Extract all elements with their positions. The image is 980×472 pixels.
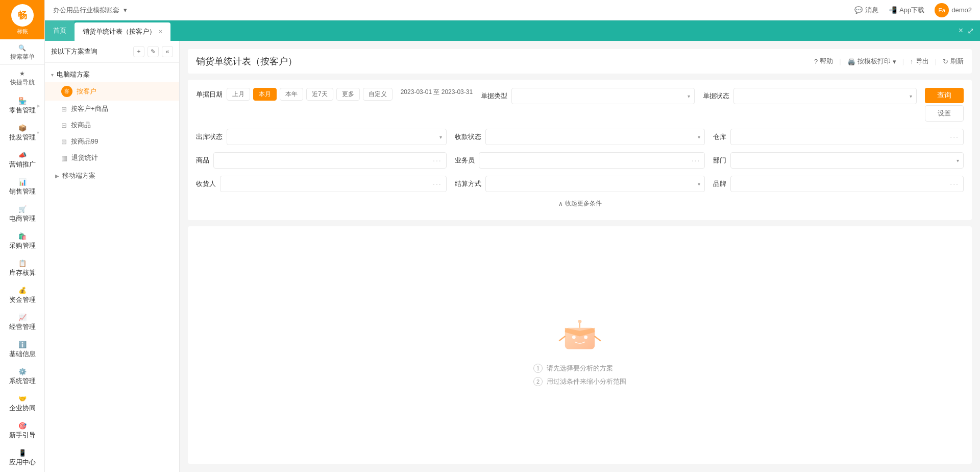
pay-status-arrow-icon: ▾ [698,134,700,140]
tree-item-by-customer-label: 按客户 [77,87,96,96]
chart-icon: ▦ [61,154,67,162]
date-btn-this-year[interactable]: 本年 [280,88,303,101]
search-icon: 🔍 [18,44,26,52]
user-profile-btn[interactable]: Ea demo2 [935,3,972,17]
date-btn-this-month[interactable]: 本月 [253,88,277,101]
date-btn-custom[interactable]: 自定义 [363,88,393,101]
svg-line-6 [595,336,600,340]
sidebar: 畅 标账 🔍 搜索菜单 ★ 快捷导航 🏪 零售管理 ▶ 📦 批发管理 ▼ 📣 营… [0,0,45,472]
tab-close-btn[interactable]: × [159,28,162,35]
empty-state: 1 请先选择要分析的方案 2 用过滤条件来缩小分析范围 [188,226,972,464]
out-status-select[interactable]: ▾ [227,129,447,145]
department-select[interactable]: ▾ [730,152,964,169]
goods-select[interactable]: ··· [213,152,447,169]
sidebar-item-label: 营销推广 [9,160,36,169]
warehouse-dots: ··· [950,133,959,141]
edit-scheme-btn[interactable]: ✎ [148,46,159,57]
tree-item-by-goods[interactable]: ⊟ 按商品 [45,117,179,133]
brand-dots: ··· [950,180,959,188]
brand-select[interactable]: ··· [730,176,964,192]
sidebar-item-wholesale-mgmt[interactable]: 📦 批发管理 ▼ [0,119,44,146]
tree-section: ▾ 电脑端方案 客 按客户 ⊞ 按客户+商品 ⊟ 按商品 [45,63,179,472]
collapse-bar[interactable]: ∧ 收起更多条件 [196,195,964,212]
collapse-panel-btn[interactable]: « [162,46,173,57]
sidebar-item-marketing[interactable]: 📣 营销推广 [0,146,44,173]
sidebar-item-label: 经营管理 [9,322,36,332]
print-btn[interactable]: 🖨️ 按模板打印 ▾ [847,57,896,66]
username-label: demo2 [951,6,972,14]
sidebar-item-search-menu[interactable]: 🔍 搜索菜单 [0,39,44,65]
grid-icon: ⊞ [61,105,67,113]
sidebar-item-retail-mgmt[interactable]: 🏪 零售管理 ▶ [0,92,44,119]
left-panel-header: 按以下方案查询 + ✎ « [45,41,179,63]
order-status-select[interactable]: ▾ [733,88,917,104]
query-btn[interactable]: 查询 [925,88,964,103]
tree-item-by-goods-99[interactable]: ⊟ 按商品99 [45,133,179,150]
operation-icon: 📈 [18,314,27,321]
sidebar-item-app-center[interactable]: 📱 应用中心 [0,444,44,471]
content-area: 按以下方案查询 + ✎ « ▾ 电脑端方案 客 按客户 [45,41,980,472]
message-icon: 💬 [854,6,863,14]
tree-item-label: 按商品 [71,121,91,130]
message-btn[interactable]: 💬 消息 [854,6,878,15]
add-scheme-btn[interactable]: + [133,46,144,57]
finance-icon: 💰 [18,287,27,294]
tree-item-by-customer[interactable]: 客 按客户 [45,82,179,101]
refresh-btn[interactable]: ↻ 刷新 [943,57,964,66]
sidebar-item-basic-info[interactable]: ℹ️ 基础信息 [0,336,44,363]
logo-text: 标账 [17,28,28,35]
order-type-select[interactable]: ▾ [511,88,695,104]
tree-item-label: 退货统计 [71,153,98,162]
date-btn-more[interactable]: 更多 [336,88,360,101]
purchase-icon: 🛍️ [18,232,27,240]
sidebar-item-finance-mgmt[interactable]: 💰 资金管理 [0,281,44,309]
order-status-label: 单据状态 [703,91,729,101]
svg-line-5 [559,336,565,340]
tree-item-by-customer-goods[interactable]: ⊞ 按客户+商品 [45,101,179,117]
empty-tip-1: 1 请先选择要分析的方案 [533,364,626,373]
refresh-icon: ↻ [943,58,948,65]
order-type-arrow-icon: ▾ [688,93,690,99]
tree-item-return-stat[interactable]: ▦ 退货统计 [45,150,179,166]
sidebar-item-operation-mgmt[interactable]: 📈 经营管理 [0,309,44,336]
sidebar-item-quick-nav[interactable]: ★ 快捷导航 [0,65,44,90]
sidebar-item-new-user[interactable]: 🎯 新手引导 [0,417,44,444]
sidebar-item-ecommerce-mgmt[interactable]: 🛒 电商管理 [0,200,44,227]
sidebar-item-label: 搜索菜单 [10,53,35,61]
date-controls: 上月 本月 本年 近7天 更多 自定义 [227,88,393,101]
tab-home[interactable]: 首页 [45,20,75,41]
date-btn-last-month[interactable]: 上月 [227,88,250,101]
tab-sales-stat[interactable]: 销货单统计表（按客户） × [75,22,170,41]
sidebar-item-inventory[interactable]: 📋 库存核算 [0,254,44,281]
right-panel: 销货单统计表（按客户） ? 帮助 | 🖨️ 按模板打印 ▾ | ↑ [180,41,980,472]
sidebar-item-sales-mgmt[interactable]: 📊 销售管理 [0,173,44,200]
export-icon: ↑ [910,58,914,65]
tree-group-mobile-header[interactable]: ▶ 移动端方案 [45,168,179,183]
sales-stat-tab-label: 销货单统计表（按客户） [83,27,156,36]
pay-status-select[interactable]: ▾ [485,129,705,145]
tree-item-label: 按商品99 [71,137,98,146]
app-download-btn[interactable]: 📲 App下载 [889,6,924,15]
settle-select[interactable]: ▾ [485,176,705,192]
receiver-select[interactable]: ··· [220,176,447,192]
industry-dropdown-icon[interactable]: ▾ [124,6,127,14]
sidebar-item-label: 库存核算 [9,268,36,277]
divider2: | [902,58,904,65]
sidebar-item-enterprise-coop[interactable]: 🤝 企业协同 [0,390,44,417]
left-panel: 按以下方案查询 + ✎ « ▾ 电脑端方案 客 按客户 [45,41,180,472]
salesperson-select[interactable]: ··· [479,152,705,169]
sidebar-item-sys-mgmt[interactable]: ⚙️ 系统管理 [0,363,44,390]
settings-btn[interactable]: 设置 [925,105,964,122]
help-btn[interactable]: ? 帮助 [814,57,833,66]
sidebar-item-purchase-mgmt[interactable]: 🛍️ 采购管理 [0,227,44,254]
tab-maximize-btn[interactable]: ⤢ [967,26,974,36]
avatar-text: Ea [939,7,945,13]
export-btn[interactable]: ↑ 导出 [910,57,929,66]
page-header: 销货单统计表（按客户） ? 帮助 | 🖨️ 按模板打印 ▾ | ↑ [188,49,972,74]
tree-group-desktop-header[interactable]: ▾ 电脑端方案 [45,67,179,82]
date-btn-7days[interactable]: 近7天 [306,88,333,101]
page-title: 销货单统计表（按客户） [196,55,297,67]
tab-minimize-btn[interactable]: × [959,26,963,35]
warehouse-select[interactable]: ··· [730,129,964,145]
refresh-label: 刷新 [950,57,964,66]
